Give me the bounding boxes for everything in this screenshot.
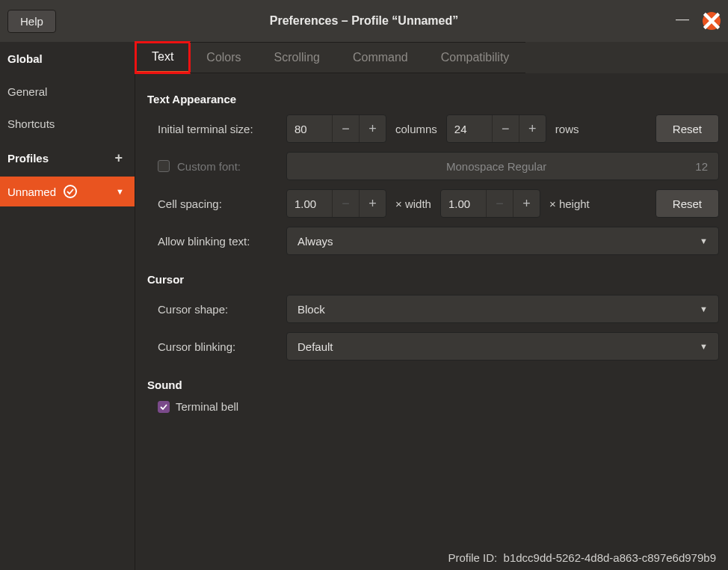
cell-width-value[interactable]: 1.00 [287,190,332,217]
tab-text[interactable]: Text [135,42,190,73]
row-allow-blinking-text: Allow blinking text: Always ▼ [147,227,719,255]
preferences-window: Help Preferences – Profile “Unnamed” — G… [0,0,728,570]
cursor-shape-value: Block [297,303,325,316]
profiles-heading-label: Profiles [7,152,49,165]
font-name: Monospace Regular [297,160,695,173]
terminal-bell-checkbox[interactable] [158,401,170,413]
sidebar-heading-global: Global [0,42,135,76]
custom-font-text: Custom font: [177,160,241,173]
profile-id-label: Profile ID: [448,551,497,564]
section-heading-sound: Sound [147,379,719,391]
row-cursor-blinking: Cursor blinking: Default ▼ [147,332,719,361]
rows-unit-label: rows [555,123,579,135]
titlebar: Help Preferences – Profile “Unnamed” — [0,0,728,42]
main-panel: Text Colors Scrolling Command Compatibil… [135,42,728,570]
blinking-text-combobox[interactable]: Always ▼ [286,227,719,255]
font-size: 12 [695,160,708,173]
tab-content: Text Appearance Initial terminal size: 8… [135,73,728,570]
minimize-button[interactable]: — [676,12,689,30]
default-profile-icon [64,185,77,198]
reset-cell-spacing-button[interactable]: Reset [655,189,719,218]
label-cursor-shape: Cursor shape: [147,303,277,316]
cell-height-increment[interactable]: + [513,190,540,217]
sidebar-item-general[interactable]: General [0,76,135,108]
rows-increment[interactable]: + [519,115,546,142]
close-button[interactable] [703,12,721,30]
help-button[interactable]: Help [7,10,56,33]
row-cell-spacing: Cell spacing: 1.00 − + × width 1.00 − + … [147,189,719,218]
blinking-text-value: Always [297,235,333,248]
cell-width-increment[interactable]: + [359,190,386,217]
cell-width-unit-label: × width [395,197,431,210]
label-allow-blinking-text: Allow blinking text: [147,235,277,248]
columns-spinbutton[interactable]: 80 − + [286,114,386,143]
window-controls: — [676,12,721,30]
tab-compatibility[interactable]: Compatibility [425,42,526,73]
profile-menu-button[interactable]: ▼ [116,187,127,196]
window-title: Preferences – Profile “Unnamed” [270,14,459,28]
tab-command[interactable]: Command [336,42,425,73]
sidebar-item-shortcuts[interactable]: Shortcuts [0,108,135,140]
label-initial-terminal-size: Initial terminal size: [147,123,277,135]
cell-height-unit-label: × height [549,197,590,210]
chevron-down-icon: ▼ [700,236,708,245]
custom-font-checkbox[interactable] [158,160,170,172]
columns-value[interactable]: 80 [287,115,332,142]
profile-name-label: Unnamed [7,186,56,198]
cell-width-decrement[interactable]: − [332,190,359,217]
cell-height-decrement[interactable]: − [486,190,513,217]
columns-decrement[interactable]: − [332,115,359,142]
rows-spinbutton[interactable]: 24 − + [446,114,546,143]
section-heading-text-appearance: Text Appearance [147,93,719,105]
row-cursor-shape: Cursor shape: Block ▼ [147,295,719,323]
row-terminal-bell: Terminal bell [147,400,719,413]
row-custom-font: Custom font: Monospace Regular 12 [147,152,719,180]
cursor-blinking-combobox[interactable]: Default ▼ [286,332,719,361]
section-heading-cursor: Cursor [147,273,719,286]
cursor-shape-combobox[interactable]: Block ▼ [286,295,719,323]
columns-unit-label: columns [395,123,437,135]
sidebar: Global General Shortcuts Profiles + Unna… [0,42,135,570]
tab-colors[interactable]: Colors [190,42,257,73]
label-custom-font: Custom font: [147,160,277,173]
tabs: Text Colors Scrolling Command Compatibil… [135,42,728,73]
add-profile-button[interactable]: + [114,150,127,166]
footer: Profile ID: b1dcc9dd-5262-4d8d-a863-c897… [147,547,719,566]
sidebar-profile-unnamed[interactable]: Unnamed ▼ [0,177,135,206]
sidebar-heading-profiles: Profiles + [0,140,135,177]
cursor-blinking-value: Default [297,340,333,353]
terminal-bell-label: Terminal bell [176,400,238,413]
cell-height-spinbutton[interactable]: 1.00 − + [440,189,540,218]
cell-width-spinbutton[interactable]: 1.00 − + [286,189,386,218]
columns-increment[interactable]: + [359,115,386,142]
label-cell-spacing: Cell spacing: [147,197,277,210]
cell-height-value[interactable]: 1.00 [441,190,486,217]
profile-id-value: b1dcc9dd-5262-4d8d-a863-c897e6d979b9 [504,551,716,564]
window-body: Global General Shortcuts Profiles + Unna… [0,42,728,570]
close-icon [703,12,721,30]
row-initial-terminal-size: Initial terminal size: 80 − + columns 24… [147,114,719,143]
label-cursor-blinking: Cursor blinking: [147,340,277,353]
tab-scrolling[interactable]: Scrolling [258,42,336,73]
reset-size-button[interactable]: Reset [655,114,719,143]
rows-decrement[interactable]: − [492,115,519,142]
chevron-down-icon: ▼ [700,342,708,351]
rows-value[interactable]: 24 [447,115,492,142]
font-chooser-button[interactable]: Monospace Regular 12 [286,152,719,180]
chevron-down-icon: ▼ [700,304,708,313]
